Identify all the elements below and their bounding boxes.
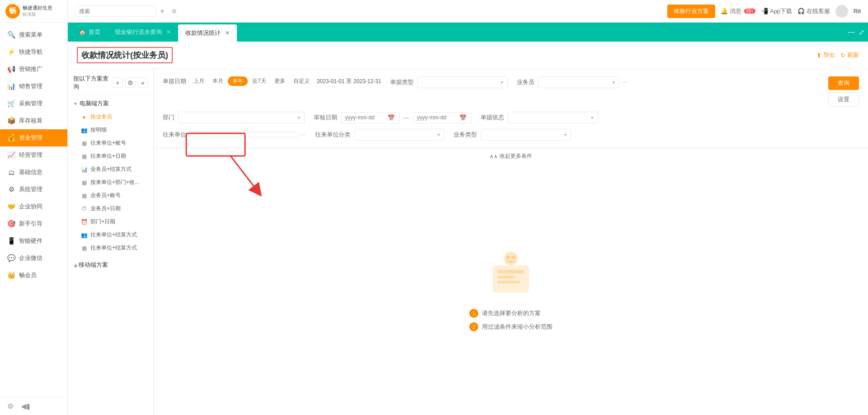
empty-step-1: 1 请先选择要分析的方案 [469,309,552,318]
sidebar-item-hardware[interactable]: 📱 智能硬件 [0,232,67,250]
sidebar-item-label: 新手引导 [19,220,42,228]
btn-last-month[interactable]: 上月 [190,76,208,86]
scheme-salesperson-account[interactable]: ▦ 业务员+账号 [68,189,153,202]
scheme-salesperson-date[interactable]: ⏱ 业务员+日期 [68,202,153,215]
sidebar-item-system[interactable]: ⚙ 系统管理 [0,181,67,198]
panel-collapse-button[interactable]: « [138,78,148,88]
scheme-partner-account[interactable]: ▦ 往来单位+账号 [68,137,153,150]
scheme-by-salesperson[interactable]: ● 按业务员 [68,110,153,123]
scheme-settings-button[interactable]: ⚙ [125,78,135,88]
sidebar-item-enterprise[interactable]: 🤝 企业协同 [0,198,67,215]
online-service[interactable]: 🎧 在线客服 [797,7,830,15]
refresh-button[interactable]: ↻ 刷新 [840,51,859,59]
gear-icon[interactable]: ⚙ [172,8,177,14]
scheme-salesperson-settlement[interactable]: 📊 业务员+结算方式 [68,163,153,176]
avatar[interactable] [835,5,848,18]
guide-icon: 🎯 [7,220,15,228]
doc-status-select[interactable] [508,112,598,123]
logo-text: 畅捷通好生意 标准版 [23,5,52,18]
sidebar-item-purchase[interactable]: 🛒 采购管理 [0,95,67,112]
hardware-icon: 📱 [7,237,15,245]
sidebar-item-label: 搜索菜单 [19,31,42,39]
filter-action-buttons: 查询 设置 [828,76,859,106]
scheme-partner-dept[interactable]: ▦ 按来单位+部门+收... [68,176,153,189]
trial-button[interactable]: 体验行业方案 [667,5,715,18]
sidebar-item-finance[interactable]: 💰 资金管理 [0,129,67,146]
svg-rect-1 [497,270,524,274]
business-type-select-wrap: ▼ [481,129,571,141]
scheme-partner-settlement2[interactable]: ▦ 往来单位+结算方式 [68,241,153,255]
partner-input[interactable] [190,132,298,137]
calendar-from-icon[interactable]: 📅 [387,114,395,121]
page-title: 收款情况统计(按业务员) [77,47,173,63]
tab-bank-close[interactable]: ✕ [166,29,171,35]
business-type-filter: 业务类型 ▼ [453,129,571,141]
scheme-partner-settlement1[interactable]: 👥 往来单位+结算方式 [68,228,153,241]
btn-more-dates[interactable]: 更多 [271,76,289,86]
scheme-by-detail[interactable]: 👥 按明细 [68,123,153,137]
notification-area[interactable]: 🔔 消息 99+ [721,7,755,15]
tab-collection[interactable]: 收款情况统计 ✕ [178,24,237,42]
sidebar-item-label: 基础信息 [19,168,42,176]
btn-this-month[interactable]: 本月 [209,76,227,86]
filter-area: 单据日期 上月 本月 本年 近7天 更多 自定义 [154,69,868,148]
tab-home[interactable]: 🏠 首页 [71,23,108,42]
btn-last7days[interactable]: 近7天 [249,76,270,86]
detail-scheme-icon: 👥 [80,127,88,134]
partner-category-select[interactable] [354,129,444,141]
sidebar-item-wechat[interactable]: 💬 企业微信 [0,250,67,267]
partner-category-label: 往来单位分类 [315,131,350,139]
sidebar-nav: 🔍 搜索菜单 ⚡ 快捷导航 📢 营销推广 📊 销售管理 🛒 采购管理 📦 [0,23,67,397]
sidebar-item-marketing[interactable]: 📢 营销推广 [0,61,67,78]
sidebar-item-sales[interactable]: 📊 销售管理 [0,78,67,95]
scheme-partner-date[interactable]: ▦ 往来单位+日期 [68,150,153,163]
sidebar-item-quicknav[interactable]: ⚡ 快捷导航 [0,43,67,61]
mobile-arrow-icon: ▶ [73,263,78,267]
settings-button[interactable]: 设置 [828,93,859,106]
settings-footer-icon[interactable]: ⚙ [7,402,14,410]
btn-custom-date[interactable]: 自定义 [290,76,313,86]
dept-select[interactable] [178,112,305,123]
sidebar-item-operation[interactable]: 📈 经营管理 [0,146,67,164]
business-type-select[interactable] [481,129,571,141]
svg-point-4 [504,252,518,265]
sidebar-item-guide[interactable]: 🎯 新手引导 [0,215,67,232]
system-icon: ⚙ [7,185,15,193]
review-date-to-input[interactable] [417,114,458,121]
btn-this-year[interactable]: 本年 [228,76,248,86]
step2-text: 用过滤条件来缩小分析范围 [482,323,552,331]
date-range: 2023-01-01 至 2023-12-31 [317,77,382,85]
collapse-footer-icon[interactable]: ◀▮ [21,402,30,410]
sidebar-item-member[interactable]: 👑 畅会员 [0,267,67,284]
mobile-group-header[interactable]: ▶ 移动端方案 [68,258,153,272]
review-date-from-input[interactable] [345,114,386,121]
marketing-icon: 📢 [7,65,15,73]
tab-bank[interactable]: 现金银行流水查询 ✕ [108,23,178,42]
partner-dept-icon: ▦ [80,179,88,186]
date-from: 2023-01-01 [317,78,344,85]
salesperson-scheme-icon: ● [80,113,88,121]
collapse-bar[interactable]: ∧∧ 收起更多条件 [154,148,868,164]
more-options-icon[interactable]: ··· [621,78,627,86]
sidebar-item-search[interactable]: 🔍 搜索菜单 [0,26,67,43]
doc-type-select-wrap: ▼ [417,76,508,88]
query-button[interactable]: 查询 [828,76,859,90]
sidebar-item-inventory[interactable]: 📦 库存核算 [0,112,67,129]
desktop-group-header[interactable]: ▼ 电脑端方案 [68,97,153,110]
scheme-dept-date[interactable]: ⏰ 部门+日期 [68,215,153,228]
step2-number: 2 [469,322,478,331]
tab-minimize-icon[interactable]: — [848,28,855,36]
salesperson-account-icon: ▦ [80,192,88,199]
calendar-to-icon[interactable]: 📅 [459,114,467,121]
salesperson-select[interactable] [538,76,619,88]
search-input[interactable] [75,6,156,17]
add-scheme-button[interactable]: + [113,78,123,88]
app-download[interactable]: 📲 App下载 [761,7,792,15]
download-icon: 📲 [761,8,768,14]
partner-dots-icon[interactable]: ··· [300,131,306,139]
doc-type-select[interactable] [417,76,508,88]
sidebar-item-basic[interactable]: 🗂 基础信息 [0,164,67,181]
tab-collection-close[interactable]: ✕ [225,30,230,36]
export-button[interactable]: ⬆ 导出 [816,51,835,59]
tab-maximize-icon[interactable]: ⤢ [859,28,864,37]
